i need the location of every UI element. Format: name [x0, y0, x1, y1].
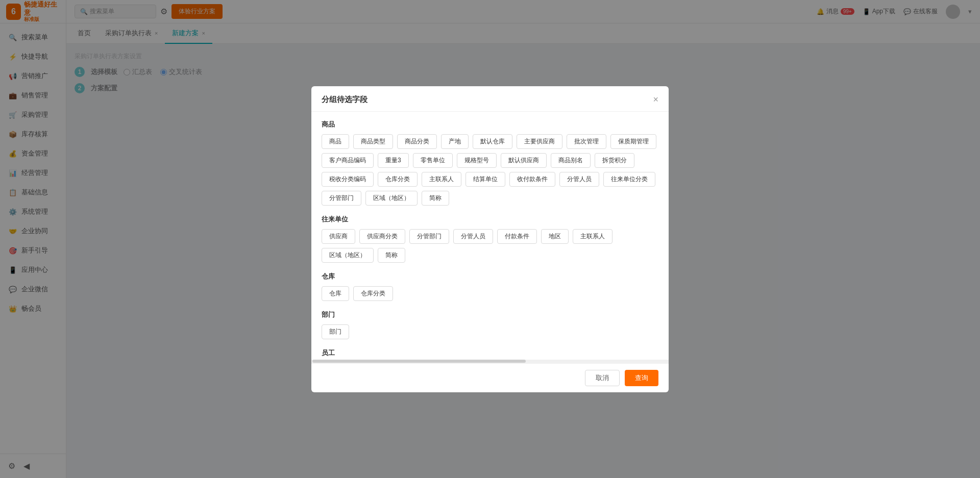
modal-close-button[interactable]: × — [653, 94, 658, 105]
field-chip-供应商分类[interactable]: 供应商分类 — [359, 229, 405, 244]
field-chip-客户商品编码[interactable]: 客户商品编码 — [322, 153, 374, 168]
field-chip-分管部门[interactable]: 分管部门 — [409, 229, 449, 244]
field-chips-department: 部门 — [322, 324, 658, 339]
field-chip-重量3[interactable]: 重量3 — [378, 153, 409, 168]
field-chip-分管人员[interactable]: 分管人员 — [559, 172, 599, 187]
section-title-product: 商品 — [322, 120, 658, 129]
field-chip-商品[interactable]: 商品 — [322, 134, 349, 149]
modal-body: 商品商品商品类型商品分类产地默认仓库主要供应商批次管理保质期管理客户商品编码重量… — [311, 112, 669, 360]
field-chip-主联系人[interactable]: 主联系人 — [573, 229, 612, 244]
field-chip-收付款条件[interactable]: 收付款条件 — [509, 172, 555, 187]
field-chip-零售单位[interactable]: 零售单位 — [413, 153, 453, 168]
field-chip-产地[interactable]: 产地 — [441, 134, 469, 149]
field-chip-往来单位分类[interactable]: 往来单位分类 — [603, 172, 655, 187]
field-chip-供应商[interactable]: 供应商 — [322, 229, 355, 244]
section-title-partner: 往来单位 — [322, 215, 658, 224]
field-chip-分管部门[interactable]: 分管部门 — [322, 191, 361, 206]
field-chip-默认供应商[interactable]: 默认供应商 — [501, 153, 547, 168]
field-chip-简称[interactable]: 简称 — [422, 191, 449, 206]
field-chip-主要供应商[interactable]: 主要供应商 — [517, 134, 562, 149]
field-chip-商品类型[interactable]: 商品类型 — [353, 134, 393, 149]
modal-overlay: 分组待选字段 × 商品商品商品类型商品分类产地默认仓库主要供应商批次管理保质期管… — [0, 0, 980, 478]
section-department: 部门部门 — [322, 310, 658, 339]
field-chip-结算单位[interactable]: 结算单位 — [465, 172, 505, 187]
field-chip-默认仓库[interactable]: 默认仓库 — [473, 134, 512, 149]
section-partner: 往来单位供应商供应商分类分管部门分管人员付款条件地区主联系人区域（地区）简称 — [322, 215, 658, 263]
section-title-warehouse: 仓库 — [322, 272, 658, 281]
field-chip-仓库分类[interactable]: 仓库分类 — [353, 286, 393, 301]
field-chip-分管人员[interactable]: 分管人员 — [453, 229, 493, 244]
field-chip-地区[interactable]: 地区 — [541, 229, 569, 244]
section-title-department: 部门 — [322, 310, 658, 319]
field-chip-区域（地区）[interactable]: 区域（地区） — [365, 191, 418, 206]
field-chips-warehouse: 仓库仓库分类 — [322, 286, 658, 301]
field-chip-简称[interactable]: 简称 — [378, 248, 405, 263]
field-chip-仓库[interactable]: 仓库 — [322, 286, 349, 301]
modal-header: 分组待选字段 × — [311, 86, 669, 112]
confirm-button[interactable]: 查询 — [625, 370, 658, 386]
field-chip-商品分类[interactable]: 商品分类 — [397, 134, 437, 149]
field-chip-税收分类编码[interactable]: 税收分类编码 — [322, 172, 374, 187]
field-chip-区域（地区）[interactable]: 区域（地区） — [322, 248, 374, 263]
section-employee: 员工业务员 — [322, 348, 658, 360]
field-chip-部门[interactable]: 部门 — [322, 324, 349, 339]
field-chip-付款条件[interactable]: 付款条件 — [497, 229, 537, 244]
field-chips-partner: 供应商供应商分类分管部门分管人员付款条件地区主联系人区域（地区）简称 — [322, 229, 658, 263]
modal-footer: 取消 查询 — [311, 363, 669, 392]
field-chip-仓库分类[interactable]: 仓库分类 — [378, 172, 418, 187]
field-chip-商品别名[interactable]: 商品别名 — [551, 153, 591, 168]
section-warehouse: 仓库仓库仓库分类 — [322, 272, 658, 301]
field-chip-规格型号[interactable]: 规格型号 — [457, 153, 497, 168]
cancel-button[interactable]: 取消 — [585, 370, 620, 386]
field-chips-product: 商品商品类型商品分类产地默认仓库主要供应商批次管理保质期管理客户商品编码重量3零… — [322, 134, 658, 206]
section-product: 商品商品商品类型商品分类产地默认仓库主要供应商批次管理保质期管理客户商品编码重量… — [322, 120, 658, 206]
field-chip-拆货积分[interactable]: 拆货积分 — [595, 153, 634, 168]
modal-title: 分组待选字段 — [322, 95, 368, 105]
field-chip-批次管理[interactable]: 批次管理 — [567, 134, 606, 149]
section-title-employee: 员工 — [322, 348, 658, 358]
field-chip-保质期管理[interactable]: 保质期管理 — [610, 134, 656, 149]
field-select-modal: 分组待选字段 × 商品商品商品类型商品分类产地默认仓库主要供应商批次管理保质期管… — [311, 86, 669, 392]
field-chip-主联系人[interactable]: 主联系人 — [422, 172, 461, 187]
